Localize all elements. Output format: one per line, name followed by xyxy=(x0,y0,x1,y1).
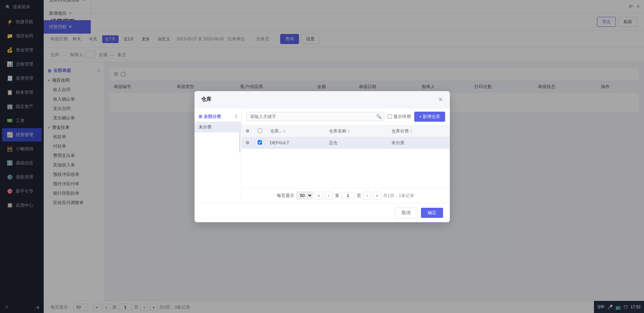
modal-sidebar-collapse-icon[interactable]: 《 xyxy=(233,114,237,120)
modal-footer: 取消 确定 xyxy=(195,203,450,222)
modal-search-wrap: 🔍 xyxy=(246,112,385,121)
modal-confirm-button[interactable]: 确定 xyxy=(421,208,443,218)
th-warehouse-name: 仓库名称⇅ xyxy=(325,125,387,137)
modal-page-label: 算 xyxy=(335,193,339,199)
modal-table: ⚙ 仓库...⇅ 仓库名称⇅ 仓库分类⇅ xyxy=(242,125,450,149)
th-settings: ⚙ xyxy=(242,125,254,137)
modal-cancel-button[interactable]: 取消 xyxy=(395,207,418,218)
modal-page-size-select[interactable]: 50 xyxy=(296,192,313,199)
modal-next-page-btn[interactable]: › xyxy=(363,192,371,200)
sort-icon-category: ⇅ xyxy=(410,129,412,133)
settings-col-icon[interactable]: ⚙ xyxy=(246,128,250,133)
tray-icon-shield[interactable]: 🛡 xyxy=(624,305,628,310)
tray-icon-mic[interactable]: 🎤 xyxy=(607,305,613,310)
modal-table-wrap: ⚙ 仓库...⇅ 仓库名称⇅ 仓库分类⇅ xyxy=(242,125,450,188)
all-categories-icon: ⊞ xyxy=(199,114,202,119)
modal-page-unit: 页 xyxy=(357,193,361,199)
modal-select-all[interactable] xyxy=(258,128,262,133)
modal-last-page-btn[interactable]: » xyxy=(373,192,381,200)
modal-header: 仓库 ✕ xyxy=(195,91,450,108)
modal-sidebar: ⊞ 全部分类 《 未分类 xyxy=(195,108,242,203)
modal-body: ⊞ 全部分类 《 未分类 🔍 xyxy=(195,108,450,203)
sort-icon-code: ⇅ xyxy=(283,129,286,133)
th-warehouse-category: 仓库分类⇅ xyxy=(387,125,450,137)
modal-pagination: 每页显示 50 « ‹ 算 页 › » 共1页，1条记录 xyxy=(242,188,450,203)
system-tray: S中 🎤 📺 🛡 17:52 xyxy=(594,301,644,313)
modal-search-input[interactable] xyxy=(246,112,385,121)
modal-sidebar-scroll xyxy=(195,132,241,200)
modal-main: 🔍 显示停用 + 新增仓库 ⚙ xyxy=(242,108,450,203)
modal-row-name: 总仓 xyxy=(325,137,387,149)
tray-icon-s[interactable]: S中 xyxy=(597,304,605,310)
modal-first-page-btn[interactable]: « xyxy=(315,192,323,200)
uncategorized-label: 未分类 xyxy=(199,124,212,129)
show-disabled-label: 显示停用 xyxy=(388,114,411,120)
modal-table-row[interactable]: ⚙ DEFAULT 总仓 未分类 xyxy=(242,137,450,149)
show-disabled-checkbox[interactable] xyxy=(388,114,392,119)
modal-row-checkbox[interactable] xyxy=(254,137,266,149)
system-time: 17:52 xyxy=(631,305,641,309)
modal-search-icon: 🔍 xyxy=(376,114,382,119)
show-disabled-text: 显示停用 xyxy=(393,114,411,120)
warehouse-modal: 仓库 ✕ ⊞ 全部分类 《 未分类 xyxy=(195,91,450,222)
modal-page-input[interactable] xyxy=(341,192,355,199)
modal-row-settings[interactable]: ⚙ xyxy=(242,137,254,149)
modal-total-info: 共1页，1条记录 xyxy=(383,193,414,199)
sort-icon-name: ⇅ xyxy=(347,129,350,133)
th-warehouse-code: 仓库...⇅ xyxy=(266,125,325,137)
add-warehouse-button[interactable]: + 新增仓库 xyxy=(414,112,445,122)
tray-icon-screen[interactable]: 📺 xyxy=(615,305,621,310)
modal-close-button[interactable]: ✕ xyxy=(438,96,443,103)
modal-prev-page-btn[interactable]: ‹ xyxy=(325,192,333,200)
th-checkbox xyxy=(254,125,266,137)
modal-row-code: DEFAULT xyxy=(266,137,325,149)
modal-search-bar: 🔍 显示停用 + 新增仓库 xyxy=(242,108,450,125)
modal-row-category: 未分类 xyxy=(387,137,450,149)
modal-title: 仓库 xyxy=(201,96,438,103)
modal-page-size-label: 每页显示 xyxy=(277,193,294,199)
modal-overlay: 仓库 ✕ ⊞ 全部分类 《 未分类 xyxy=(0,0,644,313)
modal-sidebar-uncategorized[interactable]: 未分类 xyxy=(195,122,241,132)
modal-table-header-row: ⚙ 仓库...⇅ 仓库名称⇅ 仓库分类⇅ xyxy=(242,125,450,137)
modal-sidebar-header[interactable]: ⊞ 全部分类 《 xyxy=(195,112,241,122)
all-categories-label: 全部分类 xyxy=(204,114,221,120)
